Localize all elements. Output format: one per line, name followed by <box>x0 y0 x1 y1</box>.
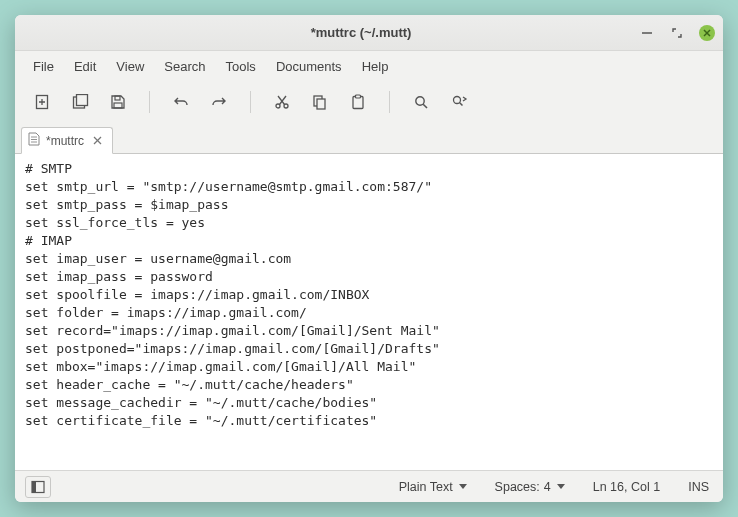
svg-point-20 <box>453 97 460 104</box>
spaces-value: 4 <box>544 480 551 494</box>
window-title: *muttrc (~/.mutt) <box>83 25 639 40</box>
svg-rect-8 <box>115 96 120 100</box>
svg-point-11 <box>284 104 288 108</box>
application-window: *muttrc (~/.mutt) File Edit View Search … <box>15 15 723 502</box>
svg-point-10 <box>276 104 280 108</box>
window-controls <box>639 25 715 41</box>
menu-view[interactable]: View <box>108 55 152 78</box>
tab-label: *muttrc <box>46 134 84 148</box>
language-label: Plain Text <box>399 480 453 494</box>
menu-bar: File Edit View Search Tools Documents He… <box>15 51 723 84</box>
cursor-position: Ln 16, Col 1 <box>589 478 664 496</box>
close-icon[interactable] <box>699 25 715 41</box>
editor-content: # SMTP set smtp_url = "smtp://username@s… <box>25 160 713 430</box>
svg-point-18 <box>416 97 424 105</box>
copy-icon[interactable] <box>303 88 337 116</box>
tab-width-selector[interactable]: Spaces: 4 <box>491 478 569 496</box>
paste-icon[interactable] <box>341 88 375 116</box>
toolbar-separator <box>389 91 390 113</box>
cut-icon[interactable] <box>265 88 299 116</box>
open-document-icon[interactable] <box>63 88 97 116</box>
undo-icon[interactable] <box>164 88 198 116</box>
svg-rect-9 <box>114 103 122 108</box>
menu-search[interactable]: Search <box>156 55 213 78</box>
insert-mode-label: INS <box>688 480 709 494</box>
svg-rect-17 <box>356 95 361 98</box>
svg-line-21 <box>459 103 462 106</box>
find-replace-icon[interactable] <box>442 88 476 116</box>
minimize-icon[interactable] <box>639 25 655 41</box>
maximize-icon[interactable] <box>669 25 685 41</box>
cursor-position-label: Ln 16, Col 1 <box>593 480 660 494</box>
toolbar-separator <box>250 91 251 113</box>
side-panel-toggle-icon[interactable] <box>25 476 51 498</box>
language-selector[interactable]: Plain Text <box>395 478 471 496</box>
menu-edit[interactable]: Edit <box>66 55 104 78</box>
chevron-down-icon <box>459 484 467 489</box>
svg-line-19 <box>423 104 427 108</box>
save-icon[interactable] <box>101 88 135 116</box>
tab-bar: *muttrc <box>15 126 723 154</box>
new-document-icon[interactable] <box>25 88 59 116</box>
menu-tools[interactable]: Tools <box>218 55 264 78</box>
redo-icon[interactable] <box>202 88 236 116</box>
menu-file[interactable]: File <box>25 55 62 78</box>
chevron-down-icon <box>557 484 565 489</box>
document-icon <box>28 132 40 149</box>
insert-mode-indicator[interactable]: INS <box>684 478 713 496</box>
menu-help[interactable]: Help <box>354 55 397 78</box>
document-tab[interactable]: *muttrc <box>21 127 113 154</box>
toolbar <box>15 84 723 126</box>
spaces-label: Spaces: <box>495 480 540 494</box>
svg-rect-15 <box>317 99 325 109</box>
svg-rect-7 <box>76 95 87 106</box>
menu-documents[interactable]: Documents <box>268 55 350 78</box>
tab-close-icon[interactable] <box>90 134 104 148</box>
toolbar-separator <box>149 91 150 113</box>
title-bar: *muttrc (~/.mutt) <box>15 15 723 51</box>
search-icon[interactable] <box>404 88 438 116</box>
status-bar: Plain Text Spaces: 4 Ln 16, Col 1 INS <box>15 470 723 502</box>
editor-area[interactable]: # SMTP set smtp_url = "smtp://username@s… <box>15 154 723 470</box>
svg-rect-28 <box>32 481 36 492</box>
